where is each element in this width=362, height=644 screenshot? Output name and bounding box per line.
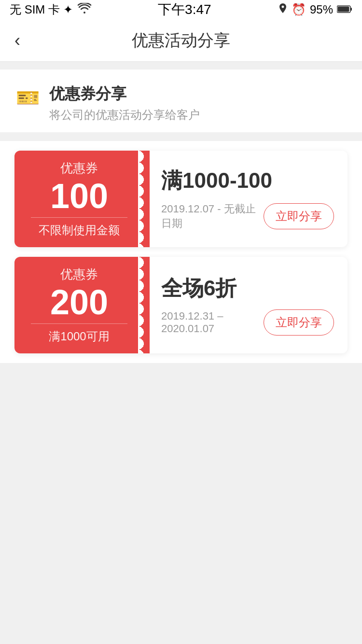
- separator-mid: [0, 133, 362, 141]
- svg-rect-2: [338, 7, 349, 12]
- status-right: ⏰ 95%: [278, 3, 352, 16]
- coupon-meta-1: 2019.12.07 - 无截止日期 立即分享: [161, 202, 334, 231]
- coupon-left-1: 优惠券 100 不限制使用金额: [14, 151, 144, 247]
- coupon-divider-1: [31, 217, 127, 218]
- status-bar: 无 SIM 卡 ✦ 下午3:47 ⏰ 95%: [0, 0, 362, 19]
- coupon-left-2: 优惠券 200 满1000可用: [14, 257, 144, 353]
- section-subtitle: 将公司的优惠活动分享给客户: [49, 107, 200, 123]
- section-text: 优惠券分享 将公司的优惠活动分享给客户: [49, 84, 200, 123]
- coupon-name-1: 满1000-100: [161, 167, 334, 195]
- section-header: 🎫 优惠券分享 将公司的优惠活动分享给客户: [0, 70, 362, 132]
- alarm-icon: ⏰: [292, 3, 306, 16]
- coupon-card-2: 优惠券 200 满1000可用 全场6折 2019.12.31 – 2020.0…: [14, 257, 348, 353]
- coupon-list: 优惠券 100 不限制使用金额 满1000-100 2019.12.07 - 无…: [0, 141, 362, 363]
- coupon-condition-2: 满1000可用: [49, 329, 109, 344]
- status-time: 下午3:47: [158, 0, 211, 19]
- coupon-amount-2: 200: [50, 285, 108, 320]
- coupon-share-btn-1[interactable]: 立即分享: [264, 203, 334, 229]
- separator-top: [0, 62, 362, 70]
- battery-percent: 95%: [310, 3, 333, 16]
- coupon-meta-2: 2019.12.31 – 2020.01.07 立即分享: [161, 309, 334, 336]
- coupon-divider-2: [31, 323, 127, 324]
- battery-icon: [337, 3, 352, 16]
- gray-bottom: [0, 363, 362, 633]
- coupon-right-1: 满1000-100 2019.12.07 - 无截止日期 立即分享: [144, 151, 348, 247]
- coupon-date-2: 2019.12.31 – 2020.01.07: [161, 310, 259, 335]
- coupon-condition-1: 不限制使用金额: [39, 223, 120, 238]
- coupon-card-1: 优惠券 100 不限制使用金额 满1000-100 2019.12.07 - 无…: [14, 151, 348, 247]
- status-left: 无 SIM 卡 ✦: [10, 2, 91, 17]
- coupon-date-1: 2019.12.07 - 无截止日期: [161, 202, 259, 231]
- svg-rect-1: [350, 8, 352, 11]
- sim-status: 无 SIM 卡 ✦: [10, 2, 73, 17]
- wifi-icon: [78, 3, 91, 16]
- coupon-name-2: 全场6折: [161, 274, 334, 303]
- location-icon: [278, 3, 288, 16]
- coupon-amount-1: 100: [50, 179, 108, 213]
- coupon-label-2: 优惠券: [60, 266, 98, 283]
- coupon-share-btn-2[interactable]: 立即分享: [264, 309, 334, 336]
- coupon-right-2: 全场6折 2019.12.31 – 2020.01.07 立即分享: [144, 257, 348, 353]
- coupon-label-1: 优惠券: [60, 160, 98, 177]
- nav-bar: ‹ 优惠活动分享: [0, 19, 362, 62]
- nav-title: 优惠活动分享: [132, 29, 230, 52]
- section-title: 优惠券分享: [49, 84, 200, 104]
- section-icon: 🎫: [14, 84, 42, 111]
- back-button[interactable]: ‹: [14, 30, 20, 51]
